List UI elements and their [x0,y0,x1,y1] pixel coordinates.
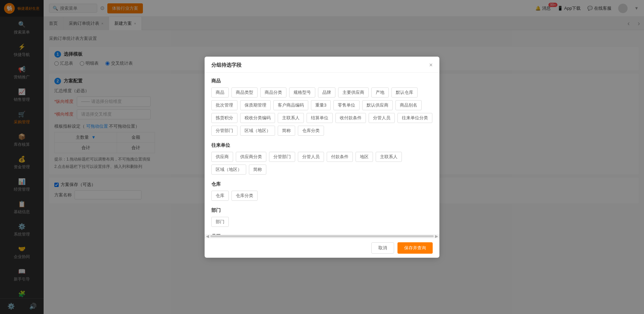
field-tag-product-9[interactable]: 保质期管理 [240,100,271,110]
field-tag-product-19[interactable]: 收付款条件 [335,113,366,123]
field-tag-warehouse-1[interactable]: 仓库分类 [231,191,258,201]
field-select-modal: 分组待选字段 × 商品 商品 商品类型 商品分类 规格型号 品牌 主要供应商 产… [205,57,439,258]
hscroll-bar[interactable] [210,235,434,237]
field-group-partner-title: 往来单位 [211,142,433,148]
field-group-warehouse: 仓库 仓库 仓库分类 [211,181,433,201]
field-tag-partner-7[interactable]: 区域（地区） [211,165,246,175]
save-query-button[interactable]: 保存并查询 [397,242,433,254]
field-tag-product-25[interactable]: 仓库分类 [298,126,324,136]
field-tag-product-7[interactable]: 默认仓库 [391,87,418,98]
field-tag-partner-5[interactable]: 地区 [356,152,373,162]
cancel-button[interactable]: 取消 [371,242,394,254]
field-tag-product-13[interactable]: 默认供应商 [362,100,393,110]
field-group-warehouse-title: 仓库 [211,181,433,187]
field-tag-dept-0[interactable]: 部门 [211,217,229,227]
product-field-tags: 商品 商品类型 商品分类 规格型号 品牌 主要供应商 产地 默认仓库 批次管理 … [211,87,433,136]
modal-body: 商品 商品 商品类型 商品分类 规格型号 品牌 主要供应商 产地 默认仓库 批次… [205,73,439,235]
field-tag-product-10[interactable]: 客户商品编码 [273,100,308,110]
field-tag-partner-2[interactable]: 分管部门 [269,152,295,162]
field-tag-product-8[interactable]: 批次管理 [211,100,237,110]
modal-header: 分组待选字段 × [205,57,439,73]
field-tag-product-22[interactable]: 分管部门 [211,126,237,136]
field-tag-partner-6[interactable]: 主联系人 [376,152,402,162]
field-tag-product-2[interactable]: 商品分类 [260,87,286,98]
field-group-department: 部门 部门 [211,207,433,227]
field-group-partner: 往来单位 供应商 供应商分类 分管部门 分管人员 付款条件 地区 主联系人 区域… [211,142,433,175]
field-tag-product-16[interactable]: 税收分类编码 [240,113,275,123]
field-tag-partner-0[interactable]: 供应商 [211,152,233,162]
field-tag-product-17[interactable]: 主联系人 [278,113,304,123]
field-tag-product-12[interactable]: 零售单位 [333,100,360,110]
field-tag-product-3[interactable]: 规格型号 [289,87,315,98]
field-tag-partner-1[interactable]: 供应商分类 [236,152,266,162]
field-tag-product-24[interactable]: 简称 [278,126,295,136]
field-tag-product-21[interactable]: 往来单位分类 [397,113,432,123]
field-tag-partner-3[interactable]: 分管人员 [298,152,324,162]
field-tag-product-5[interactable]: 主要供应商 [338,87,369,98]
field-tag-product-18[interactable]: 结算单位 [307,113,333,123]
department-field-tags: 部门 [211,217,433,227]
modal-overlay: 分组待选字段 × 商品 商品 商品类型 商品分类 规格型号 品牌 主要供应商 产… [0,0,644,314]
field-tag-partner-8[interactable]: 简称 [249,165,266,175]
field-tag-product-15[interactable]: 拣货积分 [211,113,237,123]
field-tag-product-14[interactable]: 商品别名 [395,100,422,110]
field-tag-product-23[interactable]: 区域（地区） [240,126,275,136]
field-tag-product-0[interactable]: 商品 [211,87,229,98]
field-group-department-title: 部门 [211,207,433,213]
field-group-product: 商品 商品 商品类型 商品分类 规格型号 品牌 主要供应商 产地 默认仓库 批次… [211,78,433,136]
warehouse-field-tags: 仓库 仓库分类 [211,191,433,201]
field-tag-partner-4[interactable]: 付款条件 [327,152,353,162]
field-tag-product-11[interactable]: 重量3 [311,100,331,110]
modal-title: 分组待选字段 [211,62,241,68]
field-group-product-title: 商品 [211,78,433,84]
field-tag-product-20[interactable]: 分管人员 [369,113,395,123]
field-tag-product-4[interactable]: 品牌 [318,87,335,98]
modal-close-btn[interactable]: × [429,62,433,68]
modal-footer: 取消 保存并查询 [205,238,439,258]
modal-hscrollbar: ◀ ▶ [205,235,439,238]
partner-field-tags: 供应商 供应商分类 分管部门 分管人员 付款条件 地区 主联系人 区域（地区） … [211,152,433,175]
field-tag-product-6[interactable]: 产地 [371,87,389,98]
field-tag-warehouse-0[interactable]: 仓库 [211,191,229,201]
field-tag-product-1[interactable]: 商品类型 [231,87,258,98]
